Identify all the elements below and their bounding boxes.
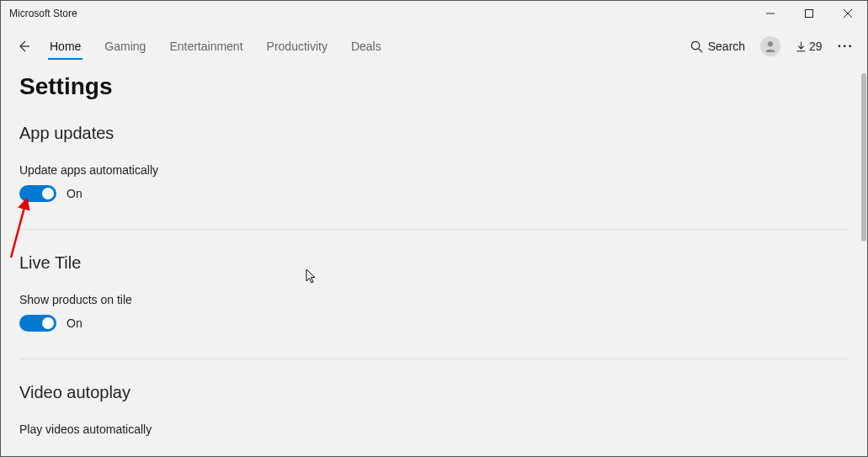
minimize-button[interactable] bbox=[751, 1, 790, 26]
scrollbar[interactable] bbox=[861, 73, 866, 242]
tab-home[interactable]: Home bbox=[48, 29, 83, 63]
tab-productivity[interactable]: Productivity bbox=[265, 29, 329, 63]
play-videos-label: Play videos automatically bbox=[19, 422, 849, 436]
update-apps-toggle-state: On bbox=[67, 187, 83, 200]
downloads-count: 29 bbox=[809, 40, 823, 53]
update-apps-label: Update apps automatically bbox=[19, 163, 849, 177]
close-button[interactable] bbox=[828, 1, 867, 26]
more-button[interactable]: ··· bbox=[838, 39, 854, 54]
download-icon bbox=[796, 41, 807, 52]
svg-point-5 bbox=[691, 41, 699, 49]
svg-point-7 bbox=[768, 41, 773, 46]
nav-bar: Home Gaming Entertainment Productivity D… bbox=[1, 26, 867, 66]
search-label: Search bbox=[708, 40, 745, 53]
search-button[interactable]: Search bbox=[690, 40, 745, 53]
downloads-button[interactable]: 29 bbox=[796, 40, 823, 53]
title-bar: Microsoft Store bbox=[1, 1, 867, 26]
show-products-toggle[interactable] bbox=[19, 315, 56, 332]
update-apps-toggle-row: On bbox=[19, 185, 849, 202]
section-app-updates-heading: App updates bbox=[19, 124, 849, 143]
tab-deals[interactable]: Deals bbox=[349, 29, 383, 63]
section-video-autoplay-heading: Video autoplay bbox=[19, 383, 849, 402]
divider bbox=[19, 359, 849, 359]
section-live-tile-heading: Live Tile bbox=[19, 253, 849, 273]
divider bbox=[19, 229, 849, 230]
nav-tabs: Home Gaming Entertainment Productivity D… bbox=[48, 29, 383, 63]
profile-button[interactable] bbox=[760, 36, 780, 56]
window-title: Microsoft Store bbox=[9, 8, 77, 19]
back-button[interactable] bbox=[8, 40, 41, 53]
page-title: Settings bbox=[19, 73, 849, 100]
show-products-toggle-row: On bbox=[19, 315, 849, 332]
tab-gaming[interactable]: Gaming bbox=[103, 29, 147, 63]
window-controls bbox=[751, 1, 867, 26]
maximize-button[interactable] bbox=[790, 1, 828, 26]
svg-rect-1 bbox=[806, 10, 813, 18]
settings-content: Settings App updates Update apps automat… bbox=[1, 66, 867, 456]
search-icon bbox=[690, 40, 703, 53]
tab-entertainment[interactable]: Entertainment bbox=[168, 29, 244, 63]
svg-line-6 bbox=[699, 48, 702, 51]
show-products-toggle-state: On bbox=[67, 316, 83, 330]
top-right-controls: Search 29 ··· bbox=[690, 36, 860, 56]
person-icon bbox=[764, 40, 777, 53]
show-products-label: Show products on tile bbox=[19, 293, 849, 306]
update-apps-toggle[interactable] bbox=[19, 185, 56, 202]
